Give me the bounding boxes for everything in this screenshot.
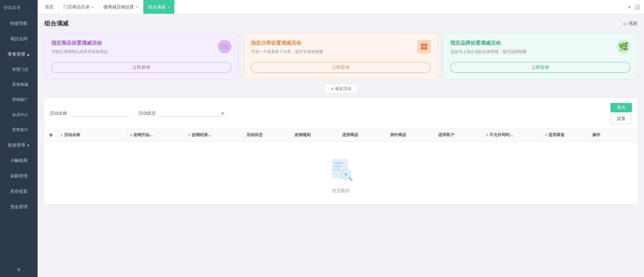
collapse-bar: ∧ 收起活动 (44, 84, 637, 94)
th-notallow[interactable]: ⇅ 不允许同时... (483, 129, 542, 141)
th-start[interactable]: ⇅ 促销开始... (127, 129, 185, 141)
video-link[interactable]: ▷ 视频 (624, 20, 637, 26)
sidebar-item-smart-store[interactable]: 智慧门店 (0, 62, 38, 77)
tab-home-label: 首页 (45, 4, 54, 10)
sidebar-item-project-contract[interactable]: 项目合同 (0, 31, 38, 47)
activity-cards: 指定商品设置满减活动 可指定滞销商品或库存较多商品 🛍 立即新增 指定分类设置满… (44, 33, 637, 80)
collapse-up-icon: ∧ (331, 87, 334, 91)
activity-name-label: 活动名称 (50, 110, 67, 116)
bag-icon: 🛍 (218, 40, 231, 53)
close-icon[interactable]: × (136, 5, 138, 9)
category-card-add-button[interactable]: 立即新增 (251, 62, 431, 73)
sidebar-item-label: 快捷导航 (10, 20, 28, 26)
page-title: 组合满减 (44, 19, 68, 27)
activity-status-select[interactable]: ∨ (158, 110, 226, 117)
sort-icon: ⇅ (486, 133, 489, 137)
sidebar-item-member-center[interactable]: 会员中心 (0, 107, 38, 122)
th-action-label: 操作 (592, 132, 600, 138)
sidebar-search[interactable]: 搜索菜单 (0, 0, 38, 16)
tab-combo-discount[interactable]: 组合满减 × (143, 0, 175, 14)
product-card-title: 指定商品设置满减活动 (51, 40, 231, 46)
th-end[interactable]: ⇅ 促销结束... (185, 129, 244, 141)
product-card-add-button[interactable]: 立即新增 (51, 62, 231, 73)
th-status-label: 活动状态 (246, 132, 263, 138)
activity-status-label: 活动状态 (138, 110, 156, 116)
sidebar-item-wholesale-mgmt[interactable]: 批发管理 ▼ (0, 137, 38, 153)
sidebar-settings-button[interactable]: ⚙ (0, 263, 38, 277)
sidebar-item-retail-mall[interactable]: 零售商城 (0, 77, 38, 92)
collapse-activities-button[interactable]: ∧ 收起活动 (324, 84, 358, 94)
sidebar-item-inventory[interactable]: 库存核算 (0, 184, 38, 199)
video-label: 视频 (629, 20, 637, 26)
tab-wechat-settings-label: 微商城店铺设置 (103, 4, 134, 10)
th-name[interactable]: ⇅ 活动名称 (58, 129, 127, 141)
page-content: 组合满减 ▷ 视频 指定商品设置满减活动 可指定滞销商品或库存较多商品 🛍 立即… (38, 14, 644, 277)
sidebar-item-xiaochange[interactable]: 小畅电商 (0, 153, 38, 168)
th-end-label: 促销结束... (192, 132, 211, 138)
main-area: 首页 门店商品目录 × 微商城店铺设置 × 组合满减 × ✕ ⬜ 组合满减 ▷ … (38, 0, 644, 277)
leaf-icon: 🌿 (617, 40, 630, 53)
sidebar-item-purchase-mgmt[interactable]: 采购管理 (0, 168, 38, 184)
sidebar-item-label: 项目合同 (10, 36, 28, 42)
sidebar-item-label: 库存核算 (10, 188, 28, 195)
activity-name-input[interactable] (70, 110, 130, 117)
close-icon[interactable]: × (92, 5, 94, 9)
sidebar-item-label: 会员中心 (12, 112, 28, 118)
category-card-desc: 可选一个或者多个分类，提升分类的销量 (251, 49, 431, 58)
close-window-icon[interactable]: ✕ (628, 4, 632, 10)
th-except: 例外商品 (387, 129, 435, 141)
tab-store-catalog-label: 门店商品目录 (63, 4, 90, 10)
category-card-title: 指定分类设置满减活动 (251, 40, 431, 46)
maximize-window-icon[interactable]: ⬜ (634, 4, 640, 10)
chevron-down-icon: ∨ (221, 111, 224, 116)
svg-rect-7 (334, 169, 340, 170)
empty-text: 暂无数据 (332, 188, 350, 194)
svg-rect-1 (424, 44, 427, 46)
th-channel[interactable]: ⇅ 适用渠道 (542, 129, 590, 141)
th-customer: 适用客户 (435, 129, 484, 141)
sidebar-item-quick-nav[interactable]: 快捷导航 (0, 16, 38, 31)
brand-card-desc: 适合与上游企业联合做营销，提升品牌销量 (450, 49, 630, 58)
sidebar: 搜索菜单 快捷导航 项目合同 零售管理 ▲ 智慧门店 零售商城 营销推广 会员中… (0, 0, 38, 277)
collapse-label: 收起活动 (335, 86, 351, 92)
activity-name-filter: 活动名称 (50, 110, 130, 117)
svg-rect-5 (334, 162, 344, 164)
sidebar-item-label: 批发管理 (8, 142, 25, 148)
th-rule: 促销规则 (292, 129, 340, 141)
play-icon: ▷ (624, 21, 627, 26)
close-icon[interactable]: × (168, 5, 170, 9)
svg-rect-6 (334, 166, 342, 167)
tab-bar: 首页 门店商品目录 × 微商城店铺设置 × 组合满减 × ✕ ⬜ (38, 0, 644, 14)
brand-card-add-button[interactable]: 立即新增 (450, 62, 630, 73)
sidebar-item-retail-stats[interactable]: 零售统计 (0, 122, 38, 137)
svg-rect-0 (421, 44, 424, 46)
th-gear[interactable]: ⚙ (44, 129, 58, 141)
tab-store-catalog[interactable]: 门店商品目录 × (59, 0, 99, 14)
chevron-up-icon: ▲ (27, 53, 30, 56)
sidebar-item-label: 小畅电商 (10, 158, 28, 164)
sort-icon: ⇅ (130, 133, 132, 137)
tab-home[interactable]: 首页 (40, 0, 59, 14)
sidebar-item-label: 采购管理 (10, 173, 28, 179)
sidebar-item-label: 智慧门店 (12, 67, 28, 72)
brand-activity-card: 指定品牌设置满减活动 适合与上游企业联合做营销，提升品牌销量 🌿 立即新增 (443, 33, 637, 80)
product-activity-card: 指定商品设置满减活动 可指定滞销商品或库存较多商品 🛍 立即新增 (44, 33, 238, 80)
th-status: 活动状态 (244, 129, 292, 141)
empty-state: 暂无数据 (44, 142, 637, 204)
query-button[interactable]: 查询 (610, 103, 632, 112)
th-start-label: 促销开始... (133, 132, 153, 138)
setting-button[interactable]: 设置 (610, 114, 632, 124)
tab-wechat-settings[interactable]: 微商城店铺设置 × (99, 0, 143, 14)
sort-icon: ⇅ (60, 133, 63, 137)
svg-rect-2 (421, 47, 424, 50)
sidebar-item-marketing[interactable]: 营销推广 (0, 92, 38, 107)
th-channel-label: 适用渠道 (548, 132, 564, 138)
th-notallow-label: 不允许同时... (490, 132, 513, 138)
sidebar-item-finance[interactable]: 资金管理 (0, 199, 38, 215)
table-header: ⚙ ⇅ 活动名称 ⇅ 促销开始... ⇅ 促销结束... 活动状态 (44, 128, 637, 142)
table-wrapper: ⚙ ⇅ 活动名称 ⇅ 促销开始... ⇅ 促销结束... 活动状态 (44, 128, 637, 204)
gear-icon: ⚙ (17, 267, 21, 272)
sidebar-item-label: 零售商城 (12, 82, 28, 88)
sidebar-item-retail-mgmt[interactable]: 零售管理 ▲ (0, 47, 38, 62)
product-card-desc: 可指定滞销商品或库存较多商品 (51, 49, 231, 58)
